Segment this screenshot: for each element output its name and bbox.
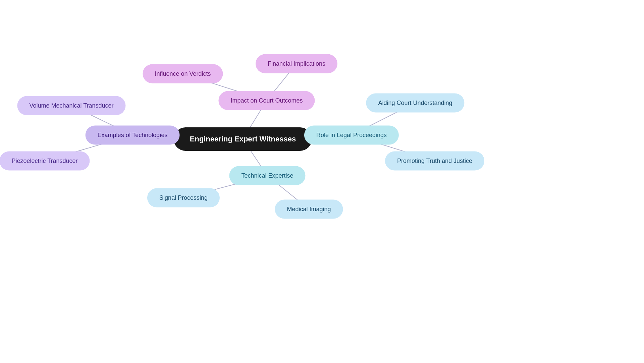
node-technical-expertise: Technical Expertise [229, 166, 305, 185]
node-label-piezoelectric: Piezoelectric Transducer [11, 158, 77, 165]
node-label-examples-tech: Examples of Technologies [98, 132, 168, 139]
node-label-role-legal: Role in Legal Proceedings [316, 132, 387, 139]
node-examples-tech: Examples of Technologies [86, 126, 180, 145]
node-label-volume-mechanical: Volume Mechanical Transducer [29, 102, 113, 109]
node-label-technical-expertise: Technical Expertise [241, 172, 293, 179]
node-influence-verdicts: Influence on Verdicts [143, 64, 223, 83]
node-label-medical-imaging: Medical Imaging [287, 206, 331, 213]
node-aiding-court: Aiding Court Understanding [366, 94, 464, 113]
node-label-center: Engineering Expert Witnesses [190, 135, 296, 143]
node-label-financial-implications: Financial Implications [268, 60, 325, 67]
node-label-aiding-court: Aiding Court Understanding [378, 100, 452, 107]
node-label-promoting-truth: Promoting Truth and Justice [397, 158, 472, 165]
mind-map-container: Engineering Expert WitnessesImpact on Co… [0, 0, 644, 363]
node-medical-imaging: Medical Imaging [275, 200, 343, 219]
node-piezoelectric: Piezoelectric Transducer [0, 152, 90, 171]
node-volume-mechanical: Volume Mechanical Transducer [17, 96, 125, 115]
node-signal-processing: Signal Processing [147, 188, 220, 207]
node-financial-implications: Financial Implications [256, 54, 337, 73]
node-center: Engineering Expert Witnesses [174, 127, 312, 151]
node-label-impact-court: Impact on Court Outcomes [230, 97, 303, 104]
node-promoting-truth: Promoting Truth and Justice [385, 152, 484, 171]
node-label-influence-verdicts: Influence on Verdicts [155, 70, 211, 77]
node-impact-court: Impact on Court Outcomes [218, 91, 315, 110]
node-role-legal: Role in Legal Proceedings [304, 126, 399, 145]
node-label-signal-processing: Signal Processing [159, 194, 208, 201]
